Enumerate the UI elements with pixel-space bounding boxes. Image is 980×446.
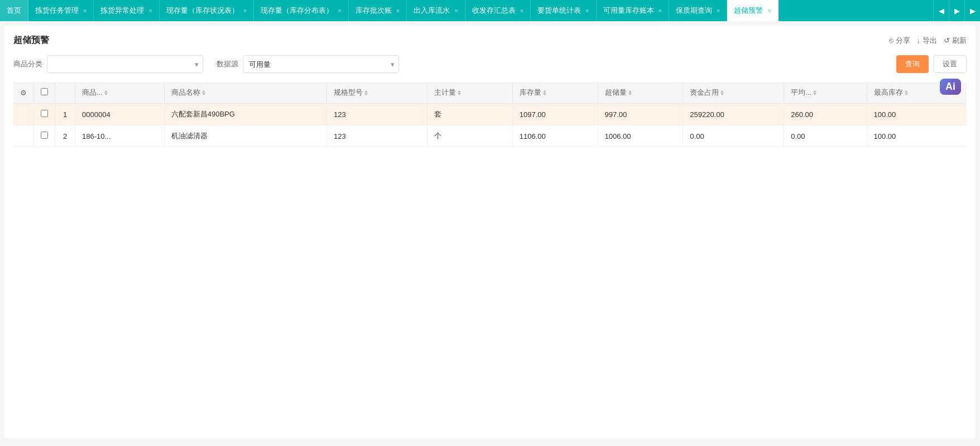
nav-inventory-status-close[interactable]: ×	[243, 7, 247, 14]
nav-batch-account-close[interactable]: ×	[396, 7, 400, 14]
nav-available-account[interactable]: 可用量库存账本 ×	[597, 0, 669, 21]
th-spec[interactable]: 规格型号	[326, 82, 427, 104]
th-capital[interactable]: 资金占用	[683, 82, 784, 104]
th-product-name[interactable]: 商品名称	[164, 82, 326, 104]
product-name-sort-icon	[202, 90, 205, 95]
th-capital-sort[interactable]: 资金占用	[690, 88, 724, 98]
refresh-button[interactable]: ↺ 刷新	[944, 36, 967, 46]
nav-task-mgmt-close[interactable]: ×	[83, 7, 87, 14]
nav-task-mgmt[interactable]: 拣货任务管理 ×	[28, 0, 94, 21]
export-button[interactable]: ↓ 导出	[917, 36, 938, 46]
th-product-name-sort[interactable]: 商品名称	[171, 88, 205, 98]
row1-gear	[13, 104, 34, 125]
select-all-checkbox[interactable]	[41, 88, 48, 95]
row2-num: 2	[55, 125, 75, 147]
th-overstock-sort[interactable]: 超储量	[605, 88, 632, 98]
product-category-label: 商品分类	[13, 59, 42, 69]
th-product-code-sort[interactable]: 商品...	[82, 88, 108, 98]
ai-badge[interactable]: Ai	[940, 79, 961, 95]
nav-overstock-label: 超储预警	[734, 6, 763, 16]
spec-sort-icon	[364, 90, 368, 95]
row1-unit: 套	[427, 104, 512, 125]
th-avg[interactable]: 平均...	[784, 82, 867, 104]
nav-overstock[interactable]: 超储预警 ×	[727, 0, 778, 21]
nav-summary-close[interactable]: ×	[520, 7, 523, 14]
refresh-label: 刷新	[952, 36, 967, 46]
row2-checkbox[interactable]	[41, 132, 48, 139]
settings-button[interactable]: 设置	[933, 55, 967, 73]
filter-bar: 商品分类 ▾ 数据源 可用量 库存量 ▾ 查询 设置	[13, 55, 967, 73]
nav-inventory-dist-label: 现存量（库存分布表）	[261, 6, 333, 16]
nav-batch-account[interactable]: 库存批次账 ×	[349, 0, 407, 21]
row1-capital: 259220.00	[683, 104, 784, 125]
nav-inventory-dist[interactable]: 现存量（库存分布表） ×	[254, 0, 348, 21]
refresh-icon: ↺	[944, 36, 950, 45]
th-unit[interactable]: 主计量	[427, 82, 512, 104]
query-button[interactable]: 查询	[896, 55, 929, 73]
th-avg-sort[interactable]: 平均...	[791, 88, 816, 98]
nav-summary-label: 收发存汇总表	[472, 6, 516, 16]
row1-checkbox-cell[interactable]	[34, 104, 55, 125]
nav-req-stats[interactable]: 要货单统计表 ×	[531, 0, 596, 21]
nav-task-mgmt-label: 拣货任务管理	[35, 6, 79, 16]
row1-product-code: 0000004	[75, 104, 165, 125]
nav-inventory-dist-close[interactable]: ×	[338, 7, 341, 14]
row1-avg: 260.00	[784, 104, 867, 125]
gear-icon: ⚙	[20, 89, 27, 97]
header-actions: ⎋ 分享 ↓ 导出 ↺ 刷新	[889, 36, 967, 46]
product-category-select[interactable]	[47, 55, 203, 73]
th-overstock-label: 超储量	[605, 88, 627, 98]
th-spec-label: 规格型号	[334, 88, 363, 98]
share-button[interactable]: ⎋ 分享	[889, 36, 910, 46]
nav-home[interactable]: 首页	[0, 0, 28, 21]
table-header-row: ⚙ 商品... 商品名称	[13, 82, 967, 104]
th-stock[interactable]: 库存量	[512, 82, 598, 104]
product-code-sort-icon	[104, 90, 108, 95]
nav-available-account-label: 可用量库存账本	[603, 6, 654, 16]
row2-product-name: 机油滤清器	[164, 125, 326, 147]
nav-inout-flow-close[interactable]: ×	[454, 7, 458, 14]
row2-max-stock: 100.00	[867, 125, 967, 147]
th-checkbox[interactable]	[34, 82, 55, 104]
nav-overstock-close[interactable]: ×	[767, 7, 771, 14]
nav-shelf-life[interactable]: 保质期查询 ×	[669, 0, 727, 21]
stock-sort-icon	[543, 90, 546, 95]
nav-summary[interactable]: 收发存汇总表 ×	[465, 0, 531, 21]
row1-num: 1	[55, 104, 75, 125]
nav-prev-arrow[interactable]: ◀	[933, 0, 949, 21]
table-row: 1 0000004 六配套新昌490BPG 123 套 1097.00 997.…	[13, 104, 967, 125]
th-spec-sort[interactable]: 规格型号	[334, 88, 368, 98]
row1-checkbox[interactable]	[41, 110, 48, 117]
nav-inventory-status-label: 现存量（库存状况表）	[166, 6, 239, 16]
nav-exception[interactable]: 拣货异常处理 ×	[94, 0, 159, 21]
nav-req-stats-close[interactable]: ×	[585, 7, 589, 14]
nav-inout-flow[interactable]: 出入库流水 ×	[407, 0, 465, 21]
nav-inventory-status[interactable]: 现存量（库存状况表） ×	[160, 0, 254, 21]
table-header: ⚙ 商品... 商品名称	[13, 82, 967, 104]
th-product-code[interactable]: 商品...	[75, 82, 165, 104]
page-title: 超储预警	[13, 35, 49, 46]
th-stock-sort[interactable]: 库存量	[520, 88, 546, 98]
row1-max-stock: 100.00	[867, 104, 967, 125]
row1-stock: 1097.00	[512, 104, 598, 125]
nav-inout-flow-label: 出入库流水	[414, 6, 450, 16]
share-icon: ⎋	[889, 36, 893, 45]
product-category-select-wrapper: ▾	[47, 55, 203, 73]
nav-next-arrow[interactable]: ▶	[949, 0, 964, 21]
th-product-code-label: 商品...	[82, 88, 103, 98]
th-overstock[interactable]: 超储量	[598, 82, 683, 104]
row2-overstock: 1006.00	[598, 125, 683, 147]
nav-shelf-life-close[interactable]: ×	[717, 7, 720, 14]
main-content: 超储预警 ⎋ 分享 ↓ 导出 ↺ 刷新 商品分类 ▾	[4, 26, 976, 438]
th-unit-sort[interactable]: 主计量	[434, 88, 461, 98]
nav-expand-arrow[interactable]: ▶	[964, 0, 980, 21]
row2-capital: 0.00	[683, 125, 784, 147]
th-max-stock-sort[interactable]: 最高库存	[874, 88, 908, 98]
nav-exception-close[interactable]: ×	[148, 7, 152, 14]
max-stock-sort-icon	[905, 90, 908, 95]
table-body: 1 0000004 六配套新昌490BPG 123 套 1097.00 997.…	[13, 104, 967, 147]
th-gear[interactable]: ⚙	[13, 82, 34, 104]
nav-available-account-close[interactable]: ×	[659, 7, 662, 14]
row2-checkbox-cell[interactable]	[34, 125, 55, 147]
data-source-select[interactable]: 可用量 库存量	[243, 55, 399, 73]
